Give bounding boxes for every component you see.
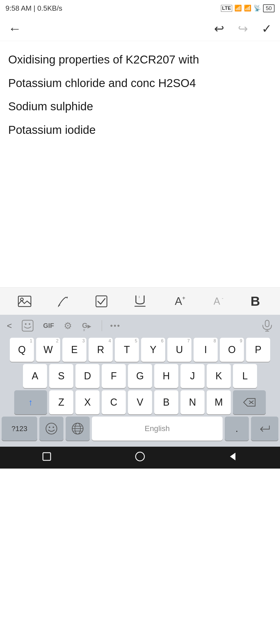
space-label: English — [145, 424, 170, 433]
key-u[interactable]: 7 U — [167, 338, 191, 362]
key-t[interactable]: 5 T — [115, 338, 139, 362]
svg-point-17 — [49, 427, 50, 428]
svg-point-25 — [136, 452, 144, 461]
underline-button[interactable] — [130, 292, 150, 311]
undo-button[interactable]: ↩ — [214, 22, 224, 36]
key-x[interactable]: X — [75, 390, 100, 414]
key-m[interactable]: M — [207, 390, 231, 414]
more-options-button[interactable]: ••• — [107, 320, 123, 331]
key-y[interactable]: 6 Y — [141, 338, 165, 362]
bold-button[interactable]: B — [246, 292, 265, 311]
shift-button[interactable]: ↑ — [14, 390, 47, 414]
back-nav-button[interactable] — [227, 450, 239, 465]
numbers-button[interactable]: ?123 — [2, 417, 37, 441]
status-time: 9:58 AM | 0.5KB/s — [5, 4, 62, 13]
key-v[interactable]: V — [128, 390, 152, 414]
insert-image-button[interactable] — [15, 292, 34, 311]
period-button[interactable]: . — [225, 417, 249, 441]
keyboard-row-2: A S D F G H J K L — [2, 364, 278, 388]
key-o[interactable]: 9 O — [220, 338, 244, 362]
home-button[interactable] — [41, 450, 53, 465]
svg-point-6 — [25, 323, 27, 325]
mic-button[interactable] — [258, 318, 276, 333]
backspace-button[interactable] — [233, 390, 266, 414]
font-decrease-button[interactable]: A- — [207, 292, 226, 311]
formatting-toolbar: A+ A- B — [0, 287, 280, 315]
font-increase-button[interactable]: A+ — [169, 292, 188, 311]
battery-icon: 50 — [263, 4, 275, 12]
keyboard-collapse-button[interactable]: < — [4, 319, 15, 332]
key-f[interactable]: F — [102, 364, 126, 388]
svg-rect-5 — [22, 320, 33, 331]
svg-rect-24 — [43, 453, 51, 460]
signal-icon-1: 📶 — [234, 5, 242, 12]
keyboard-emoji-panel-button[interactable] — [19, 318, 36, 333]
space-button[interactable]: English — [92, 417, 223, 441]
document-line-2: Potassium chloride and conc H2SO4 — [8, 73, 272, 94]
language-button[interactable] — [66, 417, 90, 441]
key-q[interactable]: 1 Q — [10, 338, 34, 362]
key-e[interactable]: 3 E — [62, 338, 86, 362]
key-c[interactable]: C — [102, 390, 126, 414]
translate-button[interactable]: G ▶ x — [79, 318, 96, 333]
key-s[interactable]: S — [49, 364, 73, 388]
emoji-button[interactable] — [39, 417, 63, 441]
svg-marker-26 — [230, 453, 235, 460]
wifi-icon: 📡 — [253, 5, 261, 12]
keyboard-row-3: ↑ Z X C V B N M — [2, 390, 278, 414]
svg-text:x: x — [83, 328, 85, 332]
svg-point-18 — [53, 427, 54, 428]
confirm-button[interactable]: ✓ — [262, 22, 272, 36]
key-z[interactable]: Z — [49, 390, 73, 414]
key-a[interactable]: A — [23, 364, 47, 388]
bottom-nav — [0, 447, 280, 469]
svg-text:▶: ▶ — [88, 324, 91, 329]
svg-rect-11 — [265, 320, 269, 327]
key-r[interactable]: 4 R — [89, 338, 113, 362]
keyboard-settings-button[interactable]: ⚙ — [61, 319, 75, 333]
keyboard-row-1: 1 Q 2 W 3 E 4 R 5 T 6 Y — [2, 338, 278, 362]
nav-right: ↩ ↪ ✓ — [214, 22, 272, 36]
status-icons: LTE 📶 📶 📡 50 — [221, 4, 275, 12]
key-l[interactable]: L — [233, 364, 257, 388]
enter-button[interactable] — [251, 417, 278, 441]
keyboard-rows: 1 Q 2 W 3 E 4 R 5 T 6 Y — [0, 337, 280, 444]
key-g[interactable]: G — [128, 364, 152, 388]
keyboard-separator — [102, 320, 102, 331]
key-j[interactable]: J — [180, 364, 205, 388]
svg-point-7 — [29, 323, 30, 325]
nav-bar: ← ↩ ↪ ✓ — [0, 16, 280, 41]
svg-rect-0 — [18, 296, 31, 307]
key-n[interactable]: N — [180, 390, 205, 414]
keyboard-row-4: ?123 English — [2, 417, 278, 441]
document-area[interactable]: Oxidising properties of K2CR207 with Pot… — [0, 41, 280, 287]
svg-point-16 — [46, 423, 57, 434]
key-d[interactable]: D — [75, 364, 100, 388]
key-i[interactable]: 8 I — [194, 338, 218, 362]
key-p[interactable]: P — [246, 338, 270, 362]
redo-button[interactable]: ↪ — [238, 22, 248, 36]
nav-left: ← — [8, 21, 21, 36]
gif-button[interactable]: GIF — [40, 320, 57, 331]
key-w[interactable]: 2 W — [36, 338, 60, 362]
draw-button[interactable] — [54, 292, 73, 311]
lte-icon: LTE — [221, 5, 232, 12]
checkbox-button[interactable] — [92, 292, 111, 311]
key-k[interactable]: K — [207, 364, 231, 388]
signal-icon-2: 📶 — [244, 5, 251, 12]
status-bar: 9:58 AM | 0.5KB/s LTE 📶 📶 📡 50 — [0, 0, 280, 16]
key-h[interactable]: H — [154, 364, 178, 388]
document-line-3: Sodium sulphide — [8, 96, 272, 117]
back-button[interactable]: ← — [8, 21, 21, 36]
key-b[interactable]: B — [154, 390, 178, 414]
recents-button[interactable] — [134, 450, 146, 465]
document-line-1: Oxidising properties of K2CR207 with — [8, 49, 272, 70]
document-line-4: Potassium iodide — [8, 120, 272, 140]
keyboard: < GIF ⚙ G ▶ x ••• — [0, 315, 280, 447]
keyboard-top-row: < GIF ⚙ G ▶ x ••• — [0, 315, 280, 337]
